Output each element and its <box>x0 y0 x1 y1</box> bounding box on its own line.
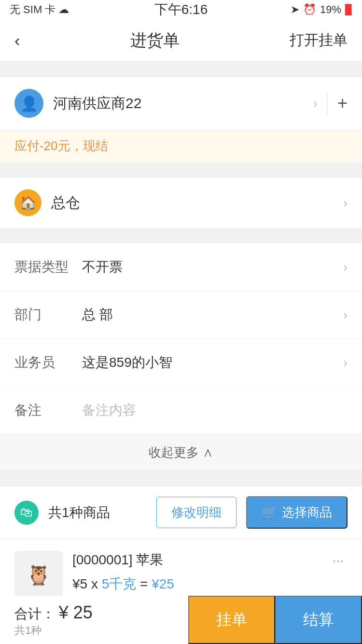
warehouse-chevron-icon: › <box>343 196 348 210</box>
add-supplier-button[interactable]: + <box>337 93 348 113</box>
quantity: 5千克 <box>102 576 137 591</box>
invoice-type-label: 票据类型 <box>14 258 72 276</box>
separator-2 <box>0 162 362 170</box>
product-info: [0000001] 苹果 ¥5 x 5千克 = ¥25 <box>72 551 319 593</box>
warehouse-icon-circle: 🏠 <box>14 189 42 216</box>
checkout-button[interactable]: 结算 <box>275 596 362 644</box>
invoice-type-row[interactable]: 票据类型 不开票 › <box>0 243 362 291</box>
salesperson-row[interactable]: 业务员 这是859的小智 › <box>0 339 362 387</box>
separator-3 <box>0 228 362 236</box>
select-product-label: 选择商品 <box>282 504 332 521</box>
supplier-row[interactable]: 👤 河南供应商22 › + <box>0 77 362 130</box>
invoice-chevron-icon: › <box>343 260 348 275</box>
product-id: [0000001] <box>72 552 133 567</box>
salesperson-chevron-icon: › <box>343 355 348 370</box>
open-hang-button[interactable]: 打开挂单 <box>290 30 348 50</box>
status-time: 下午6:16 <box>154 0 208 19</box>
sim-status: 无 SIM 卡 ☁ <box>10 2 69 17</box>
back-button[interactable]: ‹ <box>14 31 20 50</box>
hang-button[interactable]: 挂单 <box>188 596 275 644</box>
warehouse-section[interactable]: 🏠 总仓 › <box>0 178 362 228</box>
location-icon: ➤ <box>291 3 299 16</box>
remarks-placeholder[interactable]: 备注内容 <box>72 401 348 420</box>
bottom-bar: 合计： ¥ 25 共1种 挂单 结算 <box>0 596 362 644</box>
remarks-label: 备注 <box>14 401 72 420</box>
avatar-icon: 👤 <box>20 95 38 112</box>
salesperson-label: 业务员 <box>14 353 72 372</box>
status-left: 无 SIM 卡 ☁ <box>10 2 69 17</box>
salesperson-value: 这是859的小智 <box>72 353 343 372</box>
page-title: 进货单 <box>130 29 180 52</box>
product-more-button[interactable]: ··· <box>329 551 348 570</box>
department-chevron-icon: › <box>343 308 348 322</box>
total-label: 合计： <box>14 606 55 621</box>
total-row: 合计： ¥ 25 <box>14 602 174 623</box>
product-price: ¥5 x 5千克 = ¥25 <box>72 575 319 593</box>
unit-price: ¥5 <box>72 576 87 591</box>
battery-status: 19% <box>320 3 341 16</box>
product-header: 🛍 共1种商品 修改明细 🛒 选择商品 <box>0 487 362 538</box>
supplier-section: 👤 河南供应商22 › + 应付-20元，现结 <box>0 77 362 162</box>
supplier-name: 河南供应商22 <box>53 94 313 113</box>
multiply-sign: x <box>91 576 102 591</box>
vertical-divider <box>327 91 328 115</box>
alarm-icon: ⏰ <box>303 3 316 16</box>
invoice-type-value: 不开票 <box>72 258 343 276</box>
modify-detail-button[interactable]: 修改明细 <box>156 497 237 528</box>
department-label: 部门 <box>14 306 72 324</box>
payment-info: 应付-20元，现结 <box>0 130 362 162</box>
product-count-icon-circle: 🛍 <box>14 501 39 525</box>
warehouse-icon: 🏠 <box>20 195 37 211</box>
department-row[interactable]: 部门 总 部 › <box>0 291 362 339</box>
total-section: 合计： ¥ 25 共1种 <box>0 602 188 638</box>
shopping-bag-icon: 🛍 <box>20 505 33 520</box>
collapse-bar[interactable]: 收起更多 ∧ <box>0 434 362 471</box>
owl-icon: 🦉 <box>27 564 51 587</box>
total-count: 共1种 <box>14 623 174 638</box>
nav-bar: ‹ 进货单 打开挂单 <box>0 19 362 62</box>
warehouse-name: 总仓 <box>51 193 343 213</box>
product-thumbnail: 🦉 <box>14 551 63 599</box>
total-amount: ¥ 25 <box>59 602 93 622</box>
status-right: ➤ ⏰ 19% ▉ <box>291 3 352 16</box>
form-section: 票据类型 不开票 › 部门 总 部 › 业务员 这是859的小智 › 备注 备注… <box>0 243 362 434</box>
remarks-row[interactable]: 备注 备注内容 <box>0 387 362 434</box>
product-name: [0000001] 苹果 <box>72 551 319 569</box>
separator-4 <box>0 471 362 479</box>
battery-icon: ▉ <box>345 4 352 15</box>
separator-1 <box>0 62 362 70</box>
total-price: ¥25 <box>152 576 174 591</box>
product-title: 苹果 <box>136 552 163 567</box>
status-bar: 无 SIM 卡 ☁ 下午6:16 ➤ ⏰ 19% ▉ <box>0 0 362 19</box>
select-product-icon: 🛒 <box>262 505 277 520</box>
product-count-label: 共1种商品 <box>48 504 147 522</box>
supplier-chevron-icon: › <box>313 96 318 111</box>
department-value: 总 部 <box>72 306 343 324</box>
select-product-button[interactable]: 🛒 选择商品 <box>246 496 348 529</box>
supplier-avatar: 👤 <box>14 89 43 118</box>
equals-sign: = <box>140 576 152 591</box>
